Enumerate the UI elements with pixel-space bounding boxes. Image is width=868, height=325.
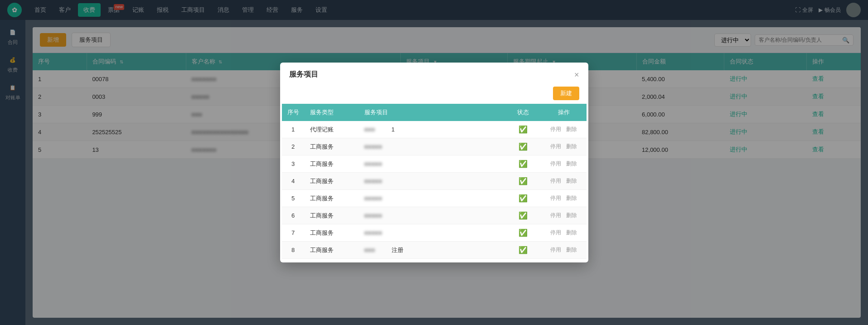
delete-btn[interactable]: 删除 — [566, 247, 577, 253]
modal-cell-type: 工商服务 — [305, 155, 359, 173]
stop-btn[interactable]: 停用 — [550, 229, 561, 236]
status-check-icon: ✅ — [519, 143, 528, 150]
modal-col-index: 序号 — [282, 104, 305, 121]
modal-cell-action: 停用 删除 — [541, 242, 587, 259]
modal-cell-item: ■■■1 — [359, 121, 505, 138]
stop-btn[interactable]: 停用 — [550, 126, 561, 132]
modal-table-row: 5 工商服务 ■■■■■ ✅ 停用 删除 — [282, 190, 587, 207]
modal-cell-status: ✅ — [505, 138, 541, 155]
modal-cell-index: 3 — [282, 155, 305, 173]
modal-cell-type: 工商服务 — [305, 224, 359, 242]
modal-cell-status: ✅ — [505, 242, 541, 259]
modal-table-row: 4 工商服务 ■■■■■ ✅ 停用 删除 — [282, 173, 587, 190]
modal-cell-status: ✅ — [505, 121, 541, 138]
modal-cell-item: ■■■■■ — [359, 190, 505, 207]
modal-cell-action: 停用 删除 — [541, 155, 587, 173]
delete-btn[interactable]: 删除 — [566, 212, 577, 218]
modal-col-action: 操作 — [541, 104, 587, 121]
modal-cell-type: 工商服务 — [305, 242, 359, 259]
delete-btn[interactable]: 删除 — [566, 143, 577, 150]
delete-btn[interactable]: 删除 — [566, 195, 577, 201]
modal-cell-status: ✅ — [505, 190, 541, 207]
modal-cell-index: 5 — [282, 190, 305, 207]
modal-table-row: 3 工商服务 ■■■■■ ✅ 停用 删除 — [282, 155, 587, 173]
modal-col-item: 服务项目 — [359, 104, 505, 121]
modal-cell-action: 停用 删除 — [541, 173, 587, 190]
modal-cell-type: 代理记账 — [305, 121, 359, 138]
modal-toolbar: 新建 — [280, 83, 588, 104]
modal-cell-status: ✅ — [505, 224, 541, 242]
modal-table-row: 6 工商服务 ■■■■■ ✅ 停用 删除 — [282, 207, 587, 224]
modal-table-row: 8 工商服务 ■■■注册 ✅ 停用 删除 — [282, 242, 587, 259]
modal-col-type: 服务类型 — [305, 104, 359, 121]
modal-cell-action: 停用 删除 — [541, 224, 587, 242]
status-check-icon: ✅ — [519, 126, 528, 133]
status-check-icon: ✅ — [519, 246, 528, 254]
modal-cell-index: 4 — [282, 173, 305, 190]
delete-btn[interactable]: 删除 — [566, 229, 577, 236]
modal-cell-status: ✅ — [505, 155, 541, 173]
modal-cell-action: 停用 删除 — [541, 138, 587, 155]
modal-table-row: 2 工商服务 ■■■■■ ✅ 停用 删除 — [282, 138, 587, 155]
modal-table-wrap: 序号 服务类型 服务项目 状态 操作 1 代理记账 ■■■1 ✅ 停用 删除 2… — [282, 104, 587, 259]
status-check-icon: ✅ — [519, 160, 528, 168]
delete-btn[interactable]: 删除 — [566, 126, 577, 132]
delete-btn[interactable]: 删除 — [566, 178, 577, 184]
modal-cell-item: ■■■■■ — [359, 155, 505, 173]
modal-cell-type: 工商服务 — [305, 190, 359, 207]
modal-cell-item: ■■■注册 — [359, 242, 505, 259]
modal-table-row: 7 工商服务 ■■■■■ ✅ 停用 删除 — [282, 224, 587, 242]
stop-btn[interactable]: 停用 — [550, 178, 561, 184]
modal-cell-type: 工商服务 — [305, 138, 359, 155]
stop-btn[interactable]: 停用 — [550, 160, 561, 167]
stop-btn[interactable]: 停用 — [550, 247, 561, 253]
stop-btn[interactable]: 停用 — [550, 143, 561, 150]
modal-cell-index: 1 — [282, 121, 305, 138]
status-check-icon: ✅ — [519, 177, 528, 185]
modal-cell-item: ■■■■■ — [359, 173, 505, 190]
modal-table-row: 1 代理记账 ■■■1 ✅ 停用 删除 — [282, 121, 587, 138]
status-check-icon: ✅ — [519, 194, 528, 202]
modal-header: 服务项目 × — [280, 63, 588, 83]
modal-cell-index: 7 — [282, 224, 305, 242]
modal-cell-index: 8 — [282, 242, 305, 259]
service-items-table: 序号 服务类型 服务项目 状态 操作 1 代理记账 ■■■1 ✅ 停用 删除 2… — [282, 104, 587, 259]
modal-cell-item: ■■■■■ — [359, 224, 505, 242]
modal-col-status: 状态 — [505, 104, 541, 121]
modal-cell-item: ■■■■■ — [359, 138, 505, 155]
service-modal: 服务项目 × 新建 序号 服务类型 服务项目 状态 操作 1 代理记账 — [280, 63, 588, 262]
modal-overlay[interactable]: 服务项目 × 新建 序号 服务类型 服务项目 状态 操作 1 代理记账 — [0, 0, 868, 325]
modal-cell-action: 停用 删除 — [541, 207, 587, 224]
modal-cell-status: ✅ — [505, 173, 541, 190]
stop-btn[interactable]: 停用 — [550, 212, 561, 218]
status-check-icon: ✅ — [519, 229, 528, 237]
delete-btn[interactable]: 删除 — [566, 160, 577, 167]
modal-cell-status: ✅ — [505, 207, 541, 224]
modal-cell-item: ■■■■■ — [359, 207, 505, 224]
modal-header-row: 序号 服务类型 服务项目 状态 操作 — [282, 104, 587, 121]
modal-new-btn[interactable]: 新建 — [553, 87, 579, 100]
stop-btn[interactable]: 停用 — [550, 195, 561, 201]
modal-cell-index: 6 — [282, 207, 305, 224]
modal-cell-action: 停用 删除 — [541, 121, 587, 138]
status-check-icon: ✅ — [519, 212, 528, 219]
modal-close-btn[interactable]: × — [574, 71, 579, 79]
modal-title: 服务项目 — [289, 70, 318, 79]
modal-cell-action: 停用 删除 — [541, 190, 587, 207]
modal-cell-index: 2 — [282, 138, 305, 155]
modal-cell-type: 工商服务 — [305, 207, 359, 224]
modal-cell-type: 工商服务 — [305, 173, 359, 190]
